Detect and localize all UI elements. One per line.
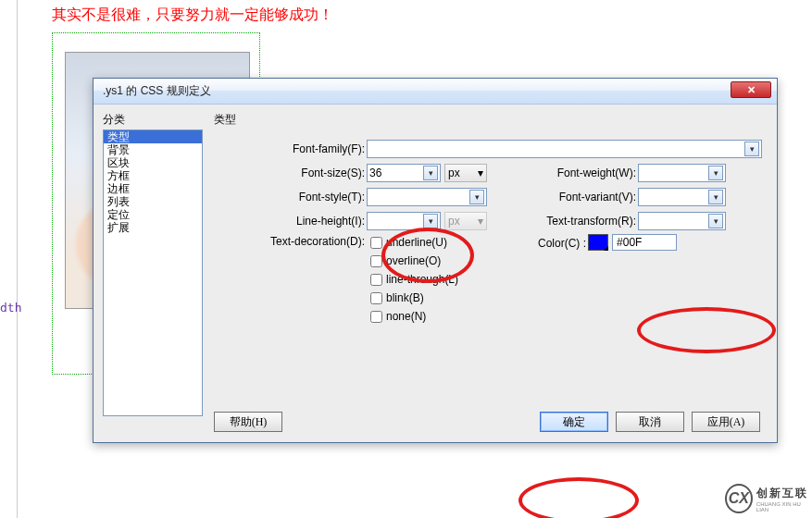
font-weight-select[interactable]: ▾ (638, 164, 726, 182)
font-variant-select[interactable]: ▾ (638, 188, 726, 206)
check-line-through[interactable]: line-through(L) (370, 270, 458, 289)
headline-text: 其实不是很难，只要努力就一定能够成功！ (52, 6, 333, 25)
category-list[interactable]: 类型 背景 区块 方框 边框 列表 定位 扩展 (103, 130, 203, 416)
checkbox-line-through[interactable] (370, 274, 382, 286)
label-font-size: Font-size(S): (232, 166, 367, 179)
brand-name-cn: 创新互联 (756, 486, 810, 501)
text-transform-select[interactable]: ▾ (638, 212, 726, 230)
category-item-list[interactable]: 列表 (104, 195, 202, 208)
apply-button[interactable]: 应用(A) (692, 412, 760, 432)
label-font-family: Font-family(F): (232, 142, 367, 155)
check-overline[interactable]: overline(O) (370, 252, 458, 270)
chevron-down-icon: ▾ (708, 214, 723, 228)
chevron-down-icon: ▾ (469, 190, 484, 204)
chevron-down-icon: ▾ (708, 190, 723, 204)
category-item-extension[interactable]: 扩展 (104, 221, 202, 234)
line-height-select[interactable]: ▾ (367, 212, 441, 230)
label-font-variant: Font-variant(V): (504, 191, 638, 204)
font-family-select[interactable]: ▾ (367, 140, 762, 158)
checkbox-none[interactable] (370, 311, 382, 323)
category-heading: 分类 (103, 112, 203, 128)
chevron-down-icon: ▾ (478, 215, 483, 228)
check-blink[interactable]: blink(B) (370, 289, 458, 307)
annotation-circle-ok (518, 477, 639, 518)
label-font-weight: Font-weight(W): (504, 166, 638, 179)
font-size-unit-select[interactable]: px▾ (444, 164, 487, 182)
chevron-down-icon: ▾ (708, 166, 723, 180)
left-divider (17, 0, 18, 518)
chevron-down-icon: ▾ (423, 214, 438, 228)
category-item-border[interactable]: 边框 (104, 182, 202, 195)
css-rule-dialog: .ys1 的 CSS 规则定义 ✕ 分类 类型 背景 区块 方框 边框 列表 定… (93, 78, 778, 443)
brand-mark-icon: CX (725, 484, 753, 513)
category-item-box[interactable]: 方框 (104, 169, 202, 182)
label-text-decoration: Text-decoration(D): (232, 233, 367, 326)
chevron-down-icon: ▾ (478, 166, 483, 179)
label-text-transform: Text-transform(R): (504, 215, 638, 228)
line-height-unit-select[interactable]: px▾ (444, 212, 487, 230)
chevron-down-icon: ▾ (744, 142, 759, 156)
close-icon: ✕ (747, 84, 756, 96)
category-item-position[interactable]: 定位 (104, 208, 202, 221)
dialog-titlebar[interactable]: .ys1 的 CSS 规则定义 ✕ (94, 79, 777, 105)
dialog-title: .ys1 的 CSS 规则定义 (103, 83, 211, 99)
checkbox-underline[interactable] (370, 237, 382, 249)
category-item-type[interactable]: 类型 (104, 130, 202, 143)
check-none[interactable]: none(N) (370, 307, 458, 326)
cancel-button[interactable]: 取消 (616, 412, 684, 432)
side-code-text: dth (0, 301, 21, 314)
color-swatch[interactable] (588, 234, 608, 251)
panel-heading: 类型 (214, 112, 768, 128)
color-input[interactable]: #00F (612, 234, 677, 251)
label-color: Color(C) : (514, 235, 588, 250)
checkbox-blink[interactable] (370, 292, 382, 304)
brand-logo: CX 创新互联 CHUANG XIN HU LIAN (725, 481, 810, 516)
font-style-select[interactable]: ▾ (367, 188, 487, 206)
brand-name-en: CHUANG XIN HU LIAN (756, 501, 810, 512)
chevron-down-icon: ▾ (423, 166, 438, 180)
check-underline[interactable]: underline(U) (370, 233, 458, 252)
category-item-block[interactable]: 区块 (104, 156, 202, 169)
ok-button[interactable]: 确定 (540, 412, 608, 432)
label-line-height: Line-height(I): (232, 215, 367, 228)
close-button[interactable]: ✕ (731, 81, 771, 98)
font-size-value: 36 (369, 166, 381, 179)
font-size-select[interactable]: 36▾ (367, 164, 441, 182)
checkbox-overline[interactable] (370, 255, 382, 267)
category-item-background[interactable]: 背景 (104, 143, 202, 156)
label-font-style: Font-style(T): (232, 191, 367, 204)
help-button[interactable]: 帮助(H) (214, 412, 282, 432)
